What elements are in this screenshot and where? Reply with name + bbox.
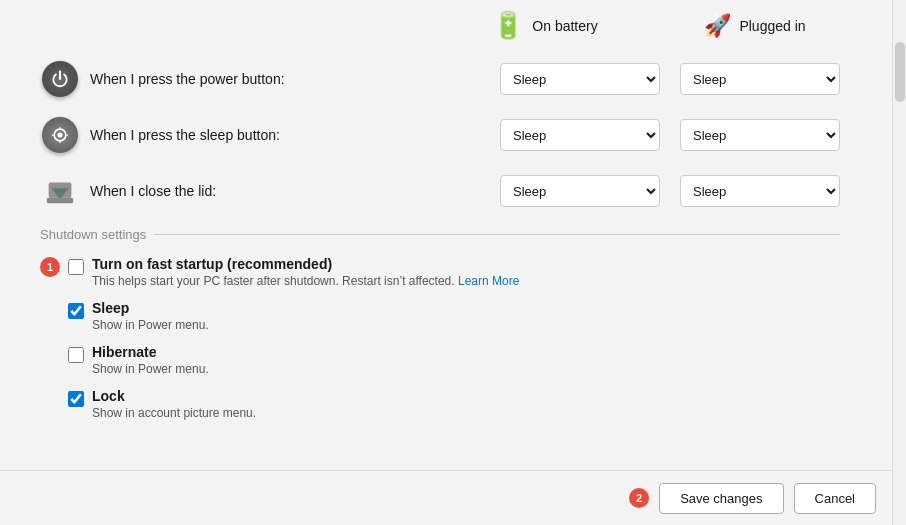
svg-rect-4 [49,182,72,197]
lock-checkbox[interactable] [68,391,84,407]
sleep-title[interactable]: Sleep [92,300,129,316]
hibernate-item: Hibernate Show in Power menu. [40,344,840,376]
badge-1: 1 [40,257,60,277]
on-battery-col: 🔋 On battery [470,10,620,41]
on-battery-label: On battery [532,18,597,34]
lock-content: Lock Show in account picture menu. [92,388,840,420]
header-row: 🔋 On battery 🚀 Plugged in [40,10,840,41]
fast-startup-title[interactable]: Turn on fast startup (recommended) [92,256,332,272]
learn-more-link[interactable]: Learn More [458,274,519,288]
close-lid-battery-select[interactable]: Sleep Hibernate Shut down Do nothing [500,175,660,207]
sleep-button-icon [40,115,80,155]
cancel-button[interactable]: Cancel [794,483,876,514]
close-lid-label: When I close the lid: [90,183,490,199]
hibernate-checkbox[interactable] [68,347,84,363]
plugged-in-label: Plugged in [739,18,805,34]
sleep-button-plugged-select[interactable]: Sleep Hibernate Shut down Do nothing [680,119,840,151]
sleep-checkbox[interactable] [68,303,84,319]
power-button-dropdowns: Sleep Hibernate Shut down Do nothing Sle… [500,63,840,95]
shutdown-title: Shutdown settings [40,227,840,242]
shutdown-section: Shutdown settings 1 Turn on fast startup… [40,227,840,420]
lock-item: Lock Show in account picture menu. [40,388,840,420]
fast-startup-item: 1 Turn on fast startup (recommended) Thi… [40,256,840,288]
fast-startup-desc: This helps start your PC faster after sh… [92,274,840,288]
hibernate-desc: Show in Power menu. [92,362,840,376]
sleep-desc: Show in Power menu. [92,318,840,332]
close-lid-row: When I close the lid: Sleep Hibernate Sh… [40,171,840,211]
svg-rect-3 [47,198,74,204]
main-content: 🔋 On battery 🚀 Plugged in When I press t… [0,0,870,525]
sleep-button-battery-select[interactable]: Sleep Hibernate Shut down Do nothing [500,119,660,151]
sleep-button-label: When I press the sleep button: [90,127,490,143]
footer: 2 Save changes Cancel [0,470,906,525]
close-lid-plugged-select[interactable]: Sleep Hibernate Shut down Do nothing [680,175,840,207]
lock-title[interactable]: Lock [92,388,125,404]
plug-icon: 🚀 [704,13,731,39]
fast-startup-content: Turn on fast startup (recommended) This … [92,256,840,288]
scrollbar-track[interactable] [892,0,906,525]
battery-icon: 🔋 [492,10,524,41]
hibernate-title[interactable]: Hibernate [92,344,157,360]
power-button-battery-select[interactable]: Sleep Hibernate Shut down Do nothing [500,63,660,95]
sleep-item: Sleep Show in Power menu. [40,300,840,332]
power-button-label: When I press the power button: [90,71,490,87]
plugged-in-col: 🚀 Plugged in [680,13,830,39]
sleep-button-row: When I press the sleep button: Sleep Hib… [40,115,840,155]
hibernate-content: Hibernate Show in Power menu. [92,344,840,376]
close-lid-dropdowns: Sleep Hibernate Shut down Do nothing Sle… [500,175,840,207]
svg-point-1 [58,133,63,138]
badge-2: 2 [629,488,649,508]
save-changes-button[interactable]: Save changes [659,483,783,514]
power-button-row: When I press the power button: Sleep Hib… [40,59,840,99]
sleep-content: Sleep Show in Power menu. [92,300,840,332]
fast-startup-checkbox[interactable] [68,259,84,275]
power-button-plugged-select[interactable]: Sleep Hibernate Shut down Do nothing [680,63,840,95]
lock-desc: Show in account picture menu. [92,406,840,420]
power-button-icon [40,59,80,99]
scrollbar-thumb[interactable] [895,42,905,102]
close-lid-icon [40,171,80,211]
sleep-button-dropdowns: Sleep Hibernate Shut down Do nothing Sle… [500,119,840,151]
